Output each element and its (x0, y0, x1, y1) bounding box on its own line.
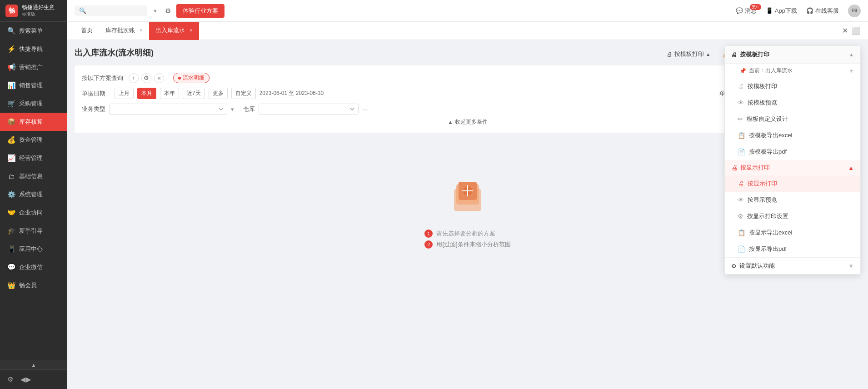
display-preview-item[interactable]: 👁 按显示预览 (725, 192, 860, 208)
header-gear-icon[interactable]: ⚙ (165, 7, 171, 15)
header-search-bar: 🔍 (75, 5, 147, 16)
sidebar-bottom: ⚙ ◀▶ (0, 369, 67, 389)
date-last-month-btn[interactable]: 上月 (115, 88, 134, 99)
template-excel-item[interactable]: 📋 按模板导出excel (725, 127, 860, 144)
tab-home[interactable]: 首页 (75, 22, 99, 40)
date-custom-btn[interactable]: 自定义 (231, 88, 256, 99)
empty-steps-list: 1 请先选择要分析的方案 2 用[过滤]条件来缩小分析范围 (424, 229, 510, 251)
display-print-item[interactable]: 🖨 按显示打印 (725, 175, 860, 192)
date-this-year-btn[interactable]: 本年 (160, 88, 179, 99)
settings-bottom-icon[interactable]: ⚙ (7, 375, 13, 384)
date-label: 单据日期 (82, 90, 109, 98)
tab-inout-flow-close[interactable]: × (190, 27, 193, 34)
tab-inout-flow[interactable]: 出入库流水 × (149, 22, 199, 40)
template-pdf-icon: 📄 (738, 148, 745, 155)
sidebar-item-sales[interactable]: 📊 销售管理 (0, 76, 67, 95)
sidebar-item-system[interactable]: ⚙️ 系统管理 (0, 185, 67, 204)
lightning-icon: ⚡ (7, 45, 15, 53)
date-last7-btn[interactable]: 近7天 (183, 88, 205, 99)
sidebar-item-purchase[interactable]: 🛒 采购管理 (0, 95, 67, 113)
sidebar-item-search[interactable]: 🔍 搜索菜单 (0, 22, 67, 40)
warehouse-field: 仓库 ··· (243, 104, 367, 115)
biz-type-more-btn[interactable]: ▾ (231, 106, 234, 113)
gear-icon: ⚙️ (7, 190, 15, 199)
date-more-btn[interactable]: 更多 (209, 88, 228, 99)
template-print-item[interactable]: 🖨 按模板打印 (725, 78, 860, 95)
print-dropdown-panel: 🖨 按模板打印 ▲ 📌 当前：出入库流水 ▼ 🖨 按模板打印 👁 按模板预览 ✏… (724, 45, 861, 274)
close-window-btn[interactable]: ✕ (842, 26, 848, 35)
folder-icon: 🗂 (7, 173, 15, 180)
trial-btn[interactable]: 体验行业方案 (176, 4, 224, 18)
template-preview-item[interactable]: 👁 按模板预览 (725, 95, 860, 111)
set-default-icon: ⚙ (731, 263, 737, 269)
dropdown-header: 🖨 按模板打印 ▲ (725, 46, 860, 64)
date-range-display: 2023-06-01 至 2023-06-30 (259, 90, 324, 97)
sidebar-logo: 畅 畅捷通好生意 标准版 (0, 0, 67, 22)
sidebar-item-app[interactable]: 📱 应用中心 (0, 240, 67, 258)
sidebar-item-quick-nav[interactable]: ⚡ 快捷导航 (0, 40, 67, 58)
empty-illustration (445, 175, 490, 220)
avatar[interactable]: Rit (848, 5, 861, 17)
header-right: 💬 消息 99+ 📱 App下载 🎧 在线客服 Rit (736, 5, 861, 17)
handshake-icon: 🤝 (7, 209, 15, 217)
warehouse-label: 仓库 (243, 105, 255, 113)
tab-inventory-batch-close[interactable]: × (140, 27, 143, 34)
top-header: 🔍 ▼ ⚙ 体验行业方案 💬 消息 99+ 📱 App下载 🎧 在线客服 Rit (67, 0, 868, 22)
money-icon: 💰 (7, 136, 15, 144)
logo-icon: 畅 (5, 5, 18, 17)
crown-icon: 👑 (7, 281, 15, 289)
dropdown-collapse-arrow[interactable]: ▲ (849, 52, 854, 57)
search-dropdown-arrow[interactable]: ▼ (153, 8, 158, 14)
display-excel-item[interactable]: 📋 按显示导出excel (725, 224, 860, 241)
sidebar-scroll-indicator: ▲ (0, 360, 67, 369)
dropdown-title: 🖨 按模板打印 (731, 50, 769, 59)
add-scheme-btn[interactable]: + (129, 73, 139, 83)
sidebar-item-operation[interactable]: 📈 经营管理 (0, 149, 67, 167)
maximize-window-btn[interactable]: ⬜ (852, 26, 861, 35)
date-current-month-btn[interactable]: 本月 (137, 88, 156, 99)
template-customize-item[interactable]: ✏ 模板自定义设计 (725, 111, 860, 127)
tab-inventory-batch[interactable]: 库存批次账 × (99, 22, 149, 40)
sidebar-item-finance[interactable]: 💰 资金管理 (0, 131, 67, 149)
warehouse-more-btn[interactable]: ··· (362, 106, 367, 113)
display-pdf-item[interactable]: 📄 按显示导出pdf (725, 241, 860, 257)
sidebar-item-marketing[interactable]: 📢 营销推广 (0, 58, 67, 76)
display-settings-icon: ⚙ (738, 213, 743, 220)
template-preview-icon: 👁 (738, 99, 744, 106)
biz-type-select[interactable] (109, 104, 227, 115)
sidebar-item-member[interactable]: 👑 畅会员 (0, 276, 67, 294)
display-settings-item[interactable]: ⚙ 按显示打印设置 (725, 208, 860, 224)
set-default-btn[interactable]: ⚙ 设置默认功能 ▼ (725, 257, 860, 274)
display-section-icon: 🖨 (731, 164, 738, 171)
phone-icon: 📱 (766, 7, 773, 14)
sidebar-item-wechat[interactable]: 💬 企业微信 (0, 258, 67, 276)
sidebar-item-inventory[interactable]: 📦 库存核算 (0, 113, 67, 131)
collapse-more-btn[interactable]: ▲ 收起更多条件 (448, 118, 488, 126)
logo-text: 畅捷通好生意 标准版 (22, 4, 55, 18)
display-preview-icon: 👁 (738, 196, 744, 204)
template-pdf-item[interactable]: 📄 按模板导出pdf (725, 144, 860, 160)
print-template-btn[interactable]: 🖨 按模板打印 ▲ (663, 48, 714, 60)
biz-type-field: 业务类型 ▾ (82, 104, 234, 115)
sidebar-item-basic[interactable]: 🗂 基础信息 (0, 167, 67, 185)
display-section: 🖨 按显示打印 👁 按显示预览 ⚙ 按显示打印设置 📋 按显示导出excel 📄… (725, 175, 860, 257)
display-section-arrow: ▲ (848, 165, 854, 171)
empty-step-1: 1 请先选择要分析的方案 (424, 229, 510, 238)
search-input[interactable] (89, 8, 143, 14)
warehouse-select[interactable] (259, 104, 359, 115)
sidebar-item-guide[interactable]: 🎓 新手引导 (0, 222, 67, 240)
display-section-header[interactable]: 🖨 按显示打印 ▲ (725, 160, 860, 175)
collapse-scheme-btn[interactable]: « (154, 73, 164, 83)
dropdown-current-template: 📌 当前：出入库流水 ▼ (725, 64, 860, 78)
megaphone-icon: 📢 (7, 63, 15, 71)
sidebar: 畅 畅捷通好生意 标准版 🔍 搜索菜单 ⚡ 快捷导航 📢 营销推广 📊 销售管理… (0, 0, 67, 389)
app-download-btn[interactable]: 📱 App下载 (766, 7, 797, 15)
biz-type-label: 业务类型 (82, 105, 105, 113)
config-scheme-btn[interactable]: ⚙ (141, 73, 151, 83)
customer-service-btn[interactable]: 🎧 在线客服 (806, 7, 839, 15)
chart-icon: 📊 (7, 81, 15, 90)
sidebar-item-enterprise[interactable]: 🤝 企业协同 (0, 204, 67, 222)
collapse-icon[interactable]: ◀▶ (20, 375, 31, 384)
message-btn[interactable]: 💬 消息 99+ (736, 7, 757, 15)
scheme-tag[interactable]: 流水明细 (173, 73, 210, 83)
